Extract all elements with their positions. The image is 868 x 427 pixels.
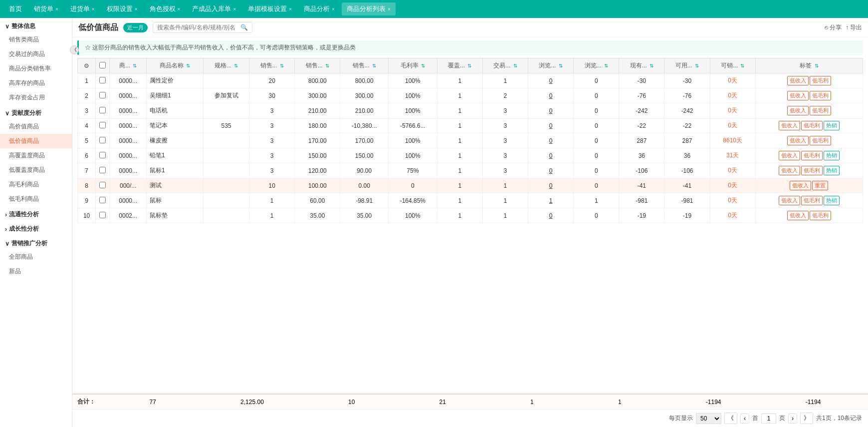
tag-label: 低毛利: [810, 136, 831, 145]
per-page-select[interactable]: 50 100: [696, 413, 721, 424]
search-icon[interactable]: 🔍: [240, 24, 248, 31]
row-available: 36: [664, 148, 710, 163]
sidebar-item-inventory-funds[interactable]: 库存资金占用: [0, 90, 72, 105]
sidebar-section-marketing[interactable]: ∨ 营销推广分析: [0, 235, 72, 250]
nav-roles[interactable]: 角色授权 ×: [145, 2, 186, 15]
close-icon[interactable]: ×: [388, 6, 391, 12]
col-settings[interactable]: ⚙: [78, 58, 96, 73]
browse-link[interactable]: 0: [549, 167, 553, 174]
col-checkbox-all[interactable]: [96, 58, 110, 73]
search-input[interactable]: [157, 24, 238, 31]
sidebar-section-growth[interactable]: › 成长性分析: [0, 221, 72, 235]
sidebar-item-low-margin[interactable]: 低毛利商品: [0, 192, 72, 206]
sidebar-item-category-sales[interactable]: 商品分类销售率: [0, 61, 72, 76]
browse-link[interactable]: 0: [549, 92, 553, 99]
browse-link[interactable]: 0: [549, 107, 553, 114]
browse-link[interactable]: 0: [549, 182, 553, 189]
row-current: 36: [619, 148, 664, 163]
row-days: 31天: [710, 148, 755, 163]
col-trade[interactable]: 交易... ⇅: [482, 58, 528, 73]
row-checkbox-cell: [96, 103, 110, 118]
row-checkbox[interactable]: [99, 77, 106, 83]
chevron-down-icon: ∨: [5, 23, 9, 30]
sidebar-section-overall[interactable]: ∨ 整体信息: [0, 18, 72, 32]
select-all-checkbox[interactable]: [99, 62, 106, 68]
row-coverage: 1: [437, 73, 482, 88]
close-icon[interactable]: ×: [135, 6, 138, 12]
col-browse1[interactable]: 浏览... ⇅: [528, 58, 573, 73]
row-margin: 100%: [389, 103, 437, 118]
col-sales1[interactable]: 销售... ⇅: [249, 58, 295, 73]
sidebar-section-circulation[interactable]: › 流通性分析: [0, 206, 72, 221]
browse-link[interactable]: 0: [549, 212, 553, 219]
row-checkbox[interactable]: [99, 107, 106, 113]
browse-link[interactable]: 0: [549, 137, 553, 144]
sidebar-item-low-coverage[interactable]: 低覆盖度商品: [0, 163, 72, 177]
col-tags[interactable]: 标签 ⇅: [755, 58, 863, 73]
search-box[interactable]: 🔍: [153, 22, 252, 33]
sidebar-item-all-products[interactable]: 全部商品: [0, 250, 72, 264]
col-spec[interactable]: 规格... ⇅: [203, 58, 249, 73]
col-sales2[interactable]: 销售... ⇅: [295, 58, 340, 73]
row-margin: 0: [389, 178, 437, 193]
close-icon[interactable]: ×: [55, 6, 58, 12]
last-page-button[interactable]: 》: [800, 413, 813, 424]
sidebar-section-contribution[interactable]: ∨ 贡献度分析: [0, 105, 72, 119]
sidebar-item-high-inventory[interactable]: 高库存的商品: [0, 76, 72, 90]
share-button[interactable]: ⎋ 分享: [825, 23, 842, 32]
sidebar-item-high-value[interactable]: 高价值商品: [0, 119, 72, 134]
close-icon[interactable]: ×: [92, 6, 95, 12]
row-trade: 1: [482, 178, 528, 193]
row-sales3: 150.00: [340, 148, 389, 163]
col-margin[interactable]: 毛利率 ⇅: [389, 58, 437, 73]
next-page-button[interactable]: ›: [788, 414, 797, 424]
row-checkbox[interactable]: [99, 137, 106, 143]
nav-templates[interactable]: 单据模板设置 ×: [243, 2, 297, 15]
col-sellable[interactable]: 可销... ⇅: [710, 58, 755, 73]
sidebar-item-sales-products[interactable]: 销售类商品: [0, 32, 72, 47]
col-current[interactable]: 现有... ⇅: [619, 58, 664, 73]
row-checkbox[interactable]: [99, 152, 106, 158]
row-checkbox[interactable]: [99, 122, 106, 128]
nav-analysis-list[interactable]: 商品分析列表 ×: [342, 2, 396, 15]
row-checkbox[interactable]: [99, 212, 106, 218]
nav-products[interactable]: 产成品入库单 ×: [187, 2, 241, 15]
browse-link[interactable]: 0: [549, 152, 553, 159]
nav-sales[interactable]: 销货单 ×: [29, 2, 63, 15]
close-icon[interactable]: ×: [289, 6, 292, 12]
browse-link[interactable]: 1: [549, 197, 553, 204]
col-name[interactable]: 商品名称 ⇅: [147, 58, 204, 73]
date-badge[interactable]: 近一月: [123, 23, 148, 32]
nav-analysis[interactable]: 商品分析 ×: [299, 2, 340, 15]
row-no: 2: [78, 88, 96, 103]
tag-label: 低收入: [787, 211, 809, 220]
sidebar-item-high-margin[interactable]: 高毛利商品: [0, 177, 72, 192]
col-sales3[interactable]: 销售... ⇅: [340, 58, 389, 73]
prev-page-button[interactable]: ‹: [740, 414, 749, 424]
chevron-right-icon: ›: [5, 211, 7, 218]
browse-link[interactable]: 0: [549, 122, 553, 129]
col-coverage[interactable]: 覆盖... ⇅: [437, 58, 482, 73]
nav-home[interactable]: 首页: [4, 2, 27, 15]
row-checkbox[interactable]: [99, 92, 106, 98]
sidebar-collapse-button[interactable]: 《: [70, 45, 79, 54]
first-page-button[interactable]: 《: [724, 413, 737, 424]
export-button[interactable]: ↑ 导出: [846, 23, 862, 32]
close-icon[interactable]: ×: [233, 6, 236, 12]
col-code[interactable]: 商... ⇅: [110, 58, 147, 73]
sidebar-item-high-coverage[interactable]: 高覆盖度商品: [0, 148, 72, 163]
nav-purchase[interactable]: 进货单 ×: [65, 2, 100, 15]
nav-permissions[interactable]: 权限设置 ×: [102, 2, 143, 15]
browse-link[interactable]: 0: [549, 77, 553, 84]
row-checkbox[interactable]: [99, 167, 106, 173]
page-number-input[interactable]: [761, 414, 776, 424]
row-checkbox[interactable]: [99, 182, 106, 188]
sidebar-item-traded-products[interactable]: 交易过的商品: [0, 47, 72, 61]
close-icon[interactable]: ×: [332, 6, 335, 12]
col-available[interactable]: 可用... ⇅: [664, 58, 710, 73]
close-icon[interactable]: ×: [178, 6, 181, 12]
row-checkbox[interactable]: [99, 197, 106, 203]
col-browse2[interactable]: 浏览... ⇅: [574, 58, 619, 73]
sidebar-item-new-products[interactable]: 新品: [0, 264, 72, 279]
sidebar-item-low-value[interactable]: 低价值商品: [0, 134, 72, 148]
